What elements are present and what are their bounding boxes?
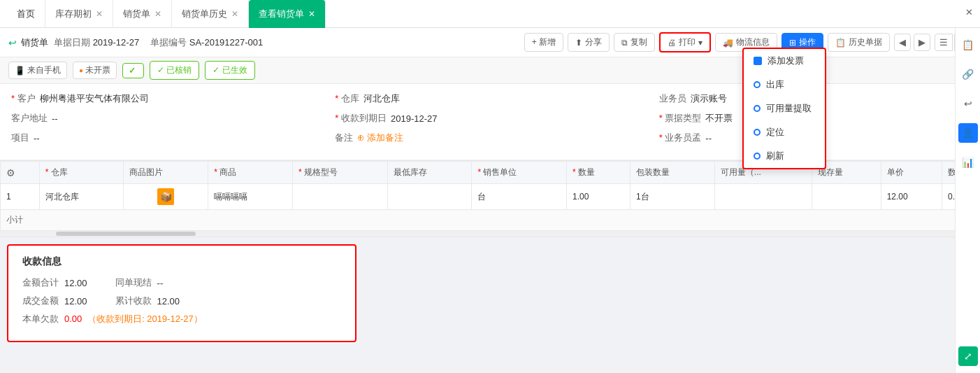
tab-inventory[interactable]: 库存期初 ✕: [45, 0, 113, 28]
history-icon: 📋: [835, 38, 846, 48]
print-button[interactable]: 🖨 打印 ▾: [659, 32, 711, 52]
row-image: 📦: [124, 184, 208, 210]
check-button[interactable]: [122, 63, 144, 78]
sidebar-icon-5[interactable]: 📊: [958, 153, 978, 172]
table-scrollbar[interactable]: [0, 231, 980, 237]
tab-sales-history[interactable]: 销货单历史 ✕: [172, 0, 249, 28]
doc-type-icon: ↩: [8, 37, 17, 48]
project-field: 项目 --: [11, 132, 321, 144]
hexiao-label: 已核销: [166, 65, 192, 75]
copy-icon: ⧉: [621, 38, 628, 48]
copy-button[interactable]: ⧉ 复制: [614, 33, 655, 52]
transaction-value: 12.00: [64, 296, 87, 307]
sidebar-icon-2[interactable]: 🔗: [958, 64, 978, 84]
settlement-label: 同单现结: [115, 276, 152, 289]
available-qty-label: 可用量提取: [766, 102, 812, 115]
staff-value: 演示账号: [691, 92, 727, 105]
locate-item[interactable]: 定位: [744, 120, 825, 144]
window-close-button[interactable]: ✕: [965, 7, 973, 17]
outbound-item[interactable]: 出库: [744, 73, 825, 97]
outstanding-value: 0.00 （收款到期日: 2019-12-27）: [64, 313, 203, 325]
col-image: 商品图片: [124, 162, 208, 184]
row-pkg-qty: 1台: [630, 184, 715, 210]
doc-meta-group: 单据日期 2019-12-27 单据编号 SA-20191227-001: [54, 36, 519, 49]
add-invoice-icon: [754, 57, 762, 65]
tab-view-sales[interactable]: 查看销货单 ✕: [249, 0, 326, 28]
ticket-label: 票据类型: [659, 112, 702, 125]
refresh-icon: [754, 153, 761, 160]
tab-view-sales-label: 查看销货单: [259, 8, 304, 20]
from-phone-button[interactable]: 📱 来自手机: [8, 62, 67, 79]
transaction-item: 成交金额 12.00: [22, 295, 87, 307]
table-header: ⚙ 仓库 商品图片 商品 规格型号 最低库存 销售单位 数量 包装数量 可用量（…: [1, 162, 980, 184]
add-remark-label: 添加备注: [367, 132, 403, 143]
operate-icon: ⊞: [789, 38, 796, 48]
staff-label: 业务员: [659, 92, 686, 105]
table-body: 1 河北仓库 📦 嗝嗝嗝嗝 台 1.00 1台 12.00 0. 小计: [1, 184, 980, 231]
locate-label: 定位: [766, 126, 784, 139]
doc-title-group: ↩ 销货单: [8, 36, 48, 49]
outbound-icon: [754, 81, 761, 88]
payment-info-panel: 收款信息 金额合计 12.00 同单现结 -- 成交金额 12.00 累计收款 …: [7, 244, 356, 342]
due-date-field: 收款到期日 2019-12-27: [335, 112, 644, 125]
hexiao-check-icon: ✓: [157, 65, 164, 75]
payment-row-1: 金额合计 12.00 同单现结 --: [22, 276, 341, 289]
col-gear: ⚙: [1, 162, 40, 184]
project-value: --: [34, 133, 40, 143]
tab-home[interactable]: 首页: [7, 0, 45, 28]
prev-button[interactable]: ◀: [894, 34, 911, 51]
available-qty-item[interactable]: 可用量提取: [744, 97, 825, 120]
sidebar-icon-1[interactable]: 📋: [958, 35, 978, 55]
row-qty: 1.00: [567, 184, 630, 210]
shengxiao-button[interactable]: ✓ 已生效: [205, 61, 254, 80]
remark-add-button[interactable]: ⊕ 添加备注: [357, 132, 403, 144]
sidebar-icon-4[interactable]: 👤: [958, 123, 978, 143]
main-toolbar: ↩ 销货单 单据日期 2019-12-27 单据编号 SA-20191227-0…: [0, 28, 980, 57]
add-invoice-item[interactable]: 添加发票: [744, 49, 825, 73]
secondary-toolbar: 📱 来自手机 未开票 ✓ 已核销 ✓ 已生效: [0, 57, 980, 84]
doc-type-label: 销货单: [21, 36, 48, 49]
row-price: 12.00: [881, 184, 942, 210]
share-icon: ⬆: [575, 38, 582, 48]
operation-dropdown: 添加发票 出库 可用量提取 定位 刷新: [742, 48, 826, 169]
remark-field: 备注 ⊕ 添加备注: [335, 132, 644, 144]
col-spec: 规格型号: [292, 162, 387, 184]
history-button[interactable]: 📋 历史单据: [828, 33, 890, 52]
next-button[interactable]: ▶: [914, 34, 930, 51]
new-button[interactable]: + 新增: [524, 33, 563, 52]
history-label: 历史单据: [849, 36, 882, 48]
row-unit: 台: [472, 184, 567, 210]
tab-sales-label: 销货单: [123, 8, 150, 20]
not-opened-label: 未开票: [85, 64, 110, 76]
gear-icon[interactable]: ⚙: [6, 167, 15, 178]
not-opened-button[interactable]: 未开票: [73, 62, 117, 79]
tab-home-label: 首页: [17, 8, 35, 20]
tab-sales-history-close[interactable]: ✕: [231, 9, 238, 19]
table-row: 1 河北仓库 📦 嗝嗝嗝嗝 台 1.00 1台 12.00 0.: [1, 184, 980, 210]
col-product: 商品: [208, 162, 293, 184]
tab-sales-close[interactable]: ✕: [154, 9, 161, 19]
payment-title: 收款信息: [22, 255, 341, 268]
doc-no-value: SA-20191227-001: [189, 37, 264, 48]
tab-view-sales-close[interactable]: ✕: [308, 9, 315, 19]
doc-date-value: 2019-12-27: [93, 37, 140, 48]
staff2-label: 业务员孟: [659, 132, 702, 144]
shengxiao-label: 已生效: [222, 65, 247, 75]
address-field: 客户地址 --: [11, 112, 321, 125]
list-view-button[interactable]: ☰: [935, 34, 953, 51]
refresh-item[interactable]: 刷新: [744, 144, 825, 168]
sidebar-icon-3[interactable]: ↩: [958, 94, 978, 113]
add-remark-icon: ⊕: [357, 132, 364, 143]
total-amount-value: 12.00: [64, 278, 87, 288]
cumulative-label: 累计收款: [115, 295, 152, 307]
payment-row-3: 本单欠款 0.00 （收款到期日: 2019-12-27）: [22, 313, 341, 325]
hexiao-button[interactable]: ✓ 已核销: [150, 61, 199, 80]
share-button[interactable]: ⬆ 分享: [568, 33, 610, 52]
tab-sales[interactable]: 销货单 ✕: [113, 0, 172, 28]
row-spec: [292, 184, 387, 210]
product-image: 📦: [157, 188, 174, 205]
print-label: 打印: [679, 36, 696, 48]
tab-inventory-close[interactable]: ✕: [96, 9, 103, 19]
table-scroll-thumb[interactable]: [56, 232, 196, 236]
sidebar-expand-button[interactable]: ⤢: [958, 346, 978, 349]
